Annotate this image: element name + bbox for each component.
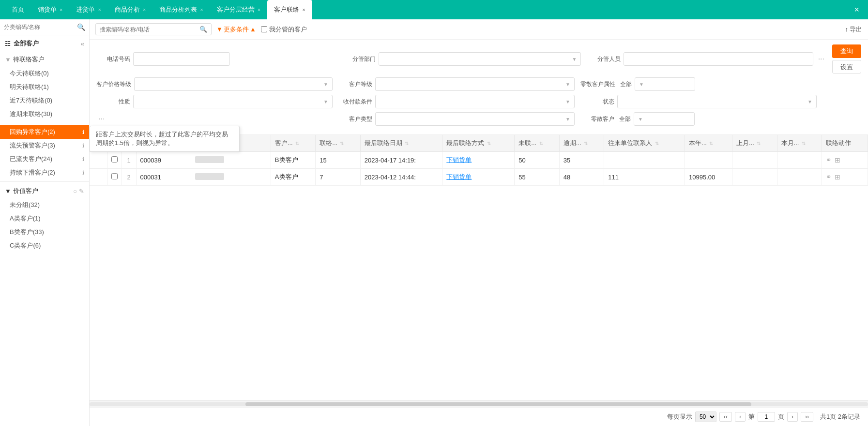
row1-name-masked <box>195 156 224 163</box>
close-tab-analysis[interactable]: × <box>143 7 146 13</box>
sidebar-item-churn-warning[interactable]: 流失预警客户(3) ℹ <box>0 139 89 152</box>
status-select[interactable]: ▼ <box>617 95 817 108</box>
col-last-date[interactable]: 最后联络日期 ⇅ <box>360 135 442 152</box>
sidebar-value-group[interactable]: ▼ 价值客户 ○ ✎ <box>0 184 89 198</box>
person-select[interactable] <box>624 52 813 66</box>
row1-check[interactable] <box>111 156 118 162</box>
sort-icon-overdue: ⇅ <box>584 141 588 146</box>
more-conditions-btn[interactable]: ▼ 更多条件 ▲ <box>216 25 256 34</box>
col-this-year[interactable]: 本年... ⇅ <box>685 135 732 152</box>
row1-grid-icon[interactable]: ⊞ <box>835 156 840 164</box>
phone-label: 电话号码 <box>96 55 130 63</box>
close-tab-analysis-list[interactable]: × <box>200 7 203 13</box>
customer-grade-select[interactable]: ▼ <box>375 77 575 91</box>
customer-type-label: 客户类型 <box>338 115 372 123</box>
row2-grid-icon[interactable]: ⊞ <box>835 173 840 181</box>
dots-button-1[interactable]: ··· <box>816 55 826 63</box>
sidebar-item-declining[interactable]: 持续下滑客户(2) ℹ <box>0 166 89 179</box>
close-tab-segmentation[interactable]: × <box>258 7 260 13</box>
per-page-select[interactable]: 50 <box>695 411 716 422</box>
close-tab-purchase[interactable]: × <box>98 7 101 13</box>
scroll-thumb[interactable] <box>245 402 751 406</box>
tab-product-analysis-list[interactable]: 商品分析列表 × <box>152 0 210 19</box>
close-tab-sales[interactable]: × <box>60 7 62 13</box>
settings-button[interactable]: 设置 <box>832 60 861 73</box>
export-button[interactable]: ↑ 导出 <box>845 25 863 34</box>
row2-check[interactable] <box>111 173 118 179</box>
sidebar-all-customers[interactable]: ☷ 全部客户 « <box>0 35 89 52</box>
tab-customer-contact[interactable]: 客户联络 × <box>267 0 312 19</box>
sidebar-item-class-b[interactable]: B类客户(33) <box>0 225 89 239</box>
dept-select[interactable]: ▼ <box>379 52 581 66</box>
col-last-method[interactable]: 最后联络方式 ⇅ <box>442 135 515 152</box>
sidebar-item-churned[interactable]: 已流失客户(24) ℹ <box>0 152 89 166</box>
sidebar-item-7days[interactable]: 近7天待联络(0) <box>0 94 89 107</box>
row2-checkbox[interactable] <box>107 169 122 186</box>
col-unit-contacts[interactable]: 往来单位联系人 ⇅ <box>604 135 685 152</box>
my-customers-checkbox[interactable] <box>261 26 267 32</box>
nature-select[interactable]: ▼ <box>133 95 333 108</box>
sidebar-item-class-a[interactable]: A类客户(1) <box>0 212 89 225</box>
filter-customer-grade: 客户等级 ▼ <box>338 77 575 91</box>
col-this-month[interactable]: 本月... ⇅ <box>777 135 822 152</box>
col-contacts[interactable]: 联络... ⇅ <box>316 135 360 152</box>
col-action: 联络动作 <box>822 135 868 152</box>
row2-link-icon[interactable]: ⚭ <box>826 173 832 181</box>
row1-last-method[interactable]: 下销货单 <box>442 152 515 169</box>
next-page-btn[interactable]: › <box>787 412 798 422</box>
row1-checkbox[interactable] <box>107 152 122 169</box>
col-unread[interactable]: 未联... ⇅ <box>515 135 559 152</box>
search-box[interactable]: 🔍 <box>95 23 212 35</box>
row2-last-method[interactable]: 下销货单 <box>442 169 515 186</box>
page-input[interactable] <box>758 412 775 422</box>
row2-this-month <box>777 169 822 186</box>
sidebar-item-today[interactable]: 今天待联络(0) <box>0 67 89 80</box>
customer-type-select[interactable]: ▼ <box>375 112 575 126</box>
close-tab-contact[interactable]: × <box>302 7 305 13</box>
col-type[interactable]: 客户... ⇅ <box>271 135 315 152</box>
sidebar-item-tomorrow[interactable]: 明天待联络(1) <box>0 80 89 94</box>
search-input[interactable] <box>100 26 198 33</box>
horizontal-scrollbar[interactable] <box>90 400 868 407</box>
sidebar-collapse-icon[interactable]: « <box>81 40 84 47</box>
table-area[interactable]: ⚙ # 客户编码 ⇅ 客户名称 ⇅ <box>90 135 868 400</box>
sidebar-item-repurchase-abnormal[interactable]: 回购异常客户(2) ℹ <box>0 125 89 139</box>
row2-unread: 55 <box>515 169 559 186</box>
price-grade-select[interactable]: ▼ <box>134 77 333 91</box>
chevron-down-icon-7: ▼ <box>807 99 812 104</box>
sidebar-item-overdue[interactable]: 逾期未联络(30) <box>0 107 89 121</box>
sidebar-group-pending[interactable]: ▼ 待联络客户 <box>0 52 89 67</box>
sidebar: 🔍 ☷ 全部客户 « ▼ 待联络客户 今天待联络(0) 明天待联络(1) 近7天… <box>0 19 90 426</box>
dots-button-2[interactable]: ··· <box>96 115 107 123</box>
tab-purchase-order[interactable]: 进货单 × <box>69 0 107 19</box>
row2-name <box>191 169 271 186</box>
sidebar-search-icon[interactable]: 🔍 <box>77 23 85 31</box>
row1-link-icon[interactable]: ⚭ <box>826 156 832 164</box>
retail-attr-label: 零散客户属性 <box>580 80 615 88</box>
query-button[interactable]: 查询 <box>832 44 861 58</box>
payment-select[interactable]: ▼ <box>375 95 575 108</box>
sidebar-item-unclassified[interactable]: 未分组(32) <box>0 198 89 212</box>
retail-attr-value: 全部 <box>620 80 632 88</box>
tab-sales-order[interactable]: 销货单 × <box>31 0 69 19</box>
row2-last-month <box>732 169 777 186</box>
edit-group-icon[interactable]: ○ <box>73 188 77 195</box>
phone-input[interactable] <box>133 52 230 66</box>
first-page-btn[interactable]: ‹‹ <box>719 412 732 422</box>
col-last-month[interactable]: 上月... ⇅ <box>732 135 777 152</box>
search-icon[interactable]: 🔍 <box>199 26 207 33</box>
settings-group-icon[interactable]: ✎ <box>79 188 84 195</box>
row2-action-icons: ⚭ ⊞ <box>826 173 864 181</box>
my-customers-filter[interactable]: 我分管的客户 <box>261 25 307 34</box>
tab-product-analysis[interactable]: 商品分析 × <box>108 0 152 19</box>
tab-home[interactable]: 首页 <box>5 0 31 19</box>
retail-attr-select[interactable]: ▼ <box>635 77 695 91</box>
tab-customer-segmentation[interactable]: 客户分层经营 × <box>210 0 267 19</box>
close-all-tabs[interactable]: × <box>850 5 863 15</box>
sidebar-search-input[interactable] <box>4 24 77 30</box>
last-page-btn[interactable]: ›› <box>801 412 813 422</box>
retail-customer-select[interactable]: ▼ <box>634 112 695 126</box>
col-overdue[interactable]: 逾期... ⇅ <box>559 135 604 152</box>
sidebar-item-class-c[interactable]: C类客户(6) <box>0 239 89 252</box>
prev-page-btn[interactable]: ‹ <box>735 412 746 422</box>
